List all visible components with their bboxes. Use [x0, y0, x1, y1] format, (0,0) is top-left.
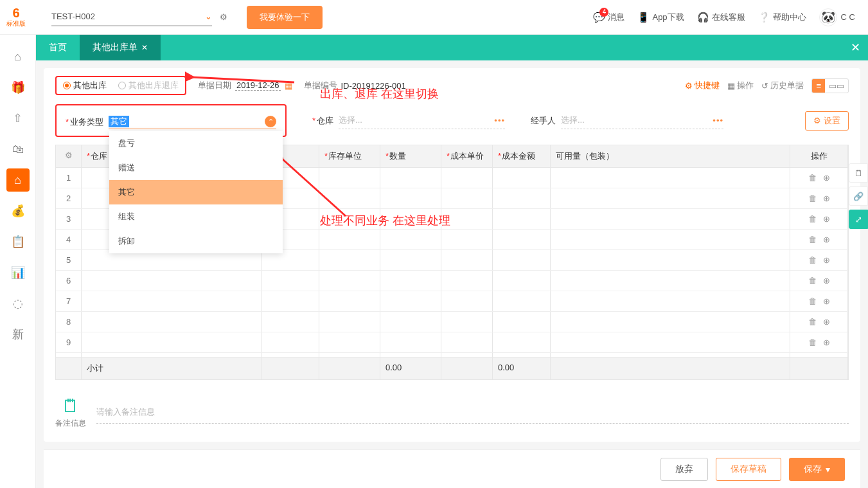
business-type-box: 业务类型 其它 ⌃ 盘亏 赠送 其它 组装 拆卸: [55, 104, 287, 137]
col-unit: 库存单位: [319, 145, 380, 167]
delete-row-icon[interactable]: 🗑: [808, 296, 817, 306]
avatar-icon: 🐼: [819, 8, 837, 26]
doc-date-field[interactable]: 单据日期 2019-12-26 ▦: [198, 80, 292, 91]
col-available: 可用量（包装）: [551, 145, 790, 167]
tab-other-outbound[interactable]: 其他出库单 ✕: [80, 35, 161, 60]
option-zuzhuang[interactable]: 组装: [109, 204, 283, 229]
add-row-icon[interactable]: ⊕: [823, 235, 830, 244]
chevron-up-icon: ⌃: [265, 116, 276, 127]
app-download-link[interactable]: 📱 App下载: [637, 12, 684, 23]
user-menu[interactable]: 🐼 C C: [819, 8, 855, 26]
col-price: 成本单价: [441, 145, 493, 167]
add-row-icon[interactable]: ⊕: [823, 214, 830, 224]
phone-icon: 📱: [637, 12, 650, 23]
headset-icon: 🎧: [697, 12, 709, 23]
view-card-icon[interactable]: ▭▭: [825, 79, 848, 93]
gear-icon: ⚙: [685, 81, 693, 91]
radio-other-out-return[interactable]: 其他出库退库: [118, 80, 179, 91]
shortcut-link[interactable]: ⚙快捷键: [685, 80, 720, 91]
out-type-radio-group: 其他出库 其他出库退库: [55, 76, 186, 95]
subtotal-label: 小计: [82, 357, 261, 379]
option-chaixie[interactable]: 拆卸: [109, 229, 283, 253]
delete-row-icon[interactable]: 🗑: [808, 194, 817, 203]
messages-link[interactable]: 💬 消息 4: [593, 12, 624, 23]
history-link[interactable]: ↺历史单据: [761, 80, 804, 91]
try-button[interactable]: 我要体验一下: [247, 6, 323, 29]
delete-row-icon[interactable]: 🗑: [808, 317, 817, 327]
add-row-icon[interactable]: ⊕: [823, 255, 830, 265]
org-name: TEST-H002: [51, 12, 205, 21]
sidebar-report-icon[interactable]: 📊: [6, 261, 30, 284]
logo-glyph: 6: [0, 6, 32, 19]
delete-row-icon[interactable]: 🗑: [808, 235, 817, 244]
sidebar-bag-icon[interactable]: 🛍: [6, 138, 30, 161]
sidebar: ⌂ 🎁 ⇧ 🛍 ⌂ 💰 📋 📊 ◌ 新: [0, 35, 36, 488]
add-row-icon[interactable]: ⊕: [823, 173, 830, 183]
business-type-dropdown: 盘亏 赠送 其它 组装 拆卸: [109, 131, 283, 253]
org-selector[interactable]: TEST-H002 ⌄: [51, 8, 212, 26]
view-list-icon[interactable]: ≡: [812, 79, 825, 93]
warehouse-field[interactable]: 仓库 选择... •••: [312, 112, 505, 129]
help-center-link[interactable]: ❔ 帮助中心: [758, 12, 806, 23]
float-expand-icon[interactable]: ⤢: [849, 210, 868, 229]
delete-row-icon[interactable]: 🗑: [808, 214, 817, 224]
float-link-icon[interactable]: 🔗: [849, 186, 868, 206]
help-icon: ❔: [758, 12, 770, 23]
operate-link[interactable]: ▦操作: [727, 80, 754, 91]
sidebar-gift-icon[interactable]: 🎁: [6, 76, 30, 99]
delete-row-icon[interactable]: 🗑: [808, 255, 817, 265]
doc-date-value: 2019-12-26: [235, 80, 281, 91]
column-settings-icon[interactable]: ⚙: [56, 145, 82, 167]
delete-row-icon[interactable]: 🗑: [808, 173, 817, 183]
table-row[interactable]: 8🗑⊕: [56, 312, 848, 332]
table-row[interactable]: 9🗑⊕: [56, 332, 848, 353]
tab-home[interactable]: 首页: [36, 35, 80, 60]
close-all-tabs[interactable]: ✕: [842, 35, 868, 60]
add-row-icon[interactable]: ⊕: [823, 296, 830, 306]
sidebar-inbound-icon[interactable]: ⇧: [6, 107, 30, 130]
sidebar-money-icon[interactable]: 💰: [6, 199, 30, 222]
add-row-icon[interactable]: ⊕: [823, 194, 830, 203]
add-row-icon[interactable]: ⊕: [823, 338, 830, 347]
delete-row-icon[interactable]: 🗑: [808, 276, 817, 285]
option-pankui[interactable]: 盘亏: [109, 131, 283, 156]
calendar-icon[interactable]: ▦: [285, 81, 292, 91]
top-bar: 6 标准版 TEST-H002 ⌄ ⚙ 我要体验一下 💬 消息 4 📱 App下…: [0, 0, 868, 35]
sidebar-clipboard-icon[interactable]: 📋: [6, 230, 30, 253]
remark-input[interactable]: 请输入备注信息: [96, 401, 849, 424]
add-row-icon[interactable]: ⊕: [823, 317, 830, 327]
sidebar-new-icon[interactable]: 新: [6, 323, 30, 346]
delete-row-icon[interactable]: 🗑: [808, 338, 817, 347]
more-icon[interactable]: •••: [713, 116, 723, 125]
sidebar-loading-icon[interactable]: ◌: [6, 292, 30, 315]
radio-other-out[interactable]: 其他出库: [63, 80, 107, 91]
close-icon[interactable]: ✕: [141, 43, 148, 52]
messages-badge: 4: [599, 8, 608, 17]
view-toggle: ≡ ▭▭: [811, 78, 849, 93]
save-draft-button[interactable]: 保存草稿: [716, 458, 781, 481]
settings-button[interactable]: ⚙ 设置: [805, 111, 849, 131]
sidebar-home-icon[interactable]: ⌂: [6, 45, 30, 68]
note-icon: 🗒: [55, 395, 86, 417]
save-button[interactable]: 保存 ▾: [789, 458, 845, 481]
option-zengsong[interactable]: 赠送: [109, 156, 283, 180]
float-note-icon[interactable]: 🗒: [849, 163, 868, 183]
chevron-down-icon: ⌄: [205, 12, 212, 21]
table-row[interactable]: 6🗑⊕: [56, 271, 848, 291]
option-qita[interactable]: 其它: [109, 180, 283, 204]
more-icon[interactable]: •••: [494, 116, 505, 125]
subtotal-amount: 0.00: [493, 357, 551, 379]
discard-button[interactable]: 放弃: [660, 458, 708, 481]
col-op: 操作: [790, 145, 848, 167]
settings-icon[interactable]: ⚙: [220, 12, 227, 22]
doc-no-field: 单据编号 ID-20191226-001: [304, 80, 406, 91]
float-rail: 🗒 🔗 ⤢: [849, 163, 868, 229]
handler-field[interactable]: 经手人 选择... •••: [531, 112, 723, 129]
business-type-select[interactable]: 其它 ⌃: [109, 114, 276, 129]
sidebar-warehouse-icon[interactable]: ⌂: [6, 168, 30, 192]
table-row[interactable]: 7🗑⊕: [56, 291, 848, 312]
add-row-icon[interactable]: ⊕: [823, 276, 830, 285]
col-amount: 成本金额: [493, 145, 551, 167]
online-service-link[interactable]: 🎧 在线客服: [697, 12, 745, 23]
business-type-selected: 其它: [109, 116, 129, 127]
